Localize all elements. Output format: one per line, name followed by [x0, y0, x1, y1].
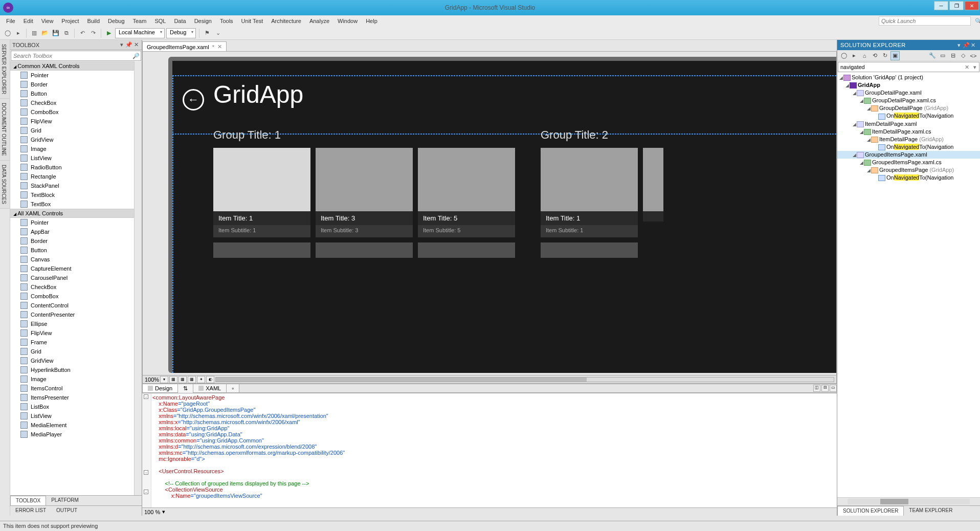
dropdown-icon[interactable]: ⌄: [213, 29, 222, 38]
grid-icon[interactable]: ▦: [169, 376, 177, 383]
se-dropdown-icon[interactable]: ▾: [955, 42, 963, 49]
se-search-clear-icon[interactable]: ✕: [963, 64, 971, 71]
menu-sql[interactable]: SQL: [150, 16, 170, 26]
toolbox-item[interactable]: AppBar: [10, 227, 142, 236]
doc-tab-groupeditems[interactable]: GroupedItemsPage.xaml * ✕: [142, 41, 227, 52]
se-view-icon[interactable]: ◇: [959, 51, 968, 60]
toolbox-search-input[interactable]: [11, 52, 131, 60]
toolbox-item[interactable]: Button: [10, 89, 142, 98]
se-properties-icon[interactable]: 🔧: [928, 51, 937, 60]
menu-view[interactable]: View: [37, 16, 58, 26]
code-zoom-dropdown-icon[interactable]: ▾: [162, 508, 165, 515]
se-home-icon[interactable]: ⌂: [860, 51, 869, 60]
toolbox-item[interactable]: CarouselPanel: [10, 273, 142, 282]
toolbox-close-icon[interactable]: ✕: [132, 41, 140, 48]
swap-tab[interactable]: ⇅: [177, 384, 193, 393]
solution-explorer-tab[interactable]: SOLUTION EXPLORER: [837, 506, 904, 516]
nav-back-icon[interactable]: ◯: [3, 29, 12, 38]
split-vert-icon[interactable]: ◫: [813, 385, 820, 392]
split-horz-icon[interactable]: ⊟: [821, 385, 829, 392]
error-list-tab[interactable]: ERROR LIST: [10, 506, 51, 516]
toolbox-search[interactable]: 🔎: [11, 51, 141, 61]
toolbox-item[interactable]: TextBox: [10, 200, 142, 209]
toolbox-dropdown-icon[interactable]: ▾: [118, 41, 125, 48]
toolbox-item[interactable]: Frame: [10, 338, 142, 347]
quick-launch-search-icon[interactable]: 🔍: [971, 16, 980, 26]
doc-tab-close-icon[interactable]: ✕: [217, 43, 222, 50]
toolbox-item[interactable]: MediaElement: [10, 421, 142, 430]
se-pin-icon[interactable]: 📌: [963, 42, 970, 49]
collapse-icon[interactable]: ▭: [830, 385, 837, 392]
toolbox-item[interactable]: Grid: [10, 347, 142, 356]
toolbox-tab[interactable]: TOOLBOX: [10, 496, 46, 505]
redo-icon[interactable]: ↷: [88, 29, 98, 38]
se-search-dropdown-icon[interactable]: ▾: [971, 64, 979, 71]
close-button[interactable]: ✕: [965, 1, 979, 10]
save-all-icon[interactable]: ⧉: [62, 29, 71, 38]
solution-tree[interactable]: ◢Solution 'GridApp' (1 project) ◢GridApp…: [837, 73, 980, 497]
outline-toggle-icon[interactable]: -: [144, 470, 148, 475]
se-fwd-icon[interactable]: ▸: [850, 51, 859, 60]
minimize-button[interactable]: ─: [934, 1, 948, 10]
menu-team[interactable]: Team: [129, 16, 151, 26]
toolbox-item[interactable]: ListView: [10, 411, 142, 421]
menu-build[interactable]: Build: [83, 16, 104, 26]
se-hscrollbar[interactable]: [837, 497, 980, 505]
menu-edit[interactable]: Edit: [19, 16, 37, 26]
design-tab[interactable]: Design: [142, 384, 178, 393]
zoom-dropdown-icon[interactable]: ▾: [160, 376, 168, 383]
se-back-icon[interactable]: ◯: [839, 51, 849, 60]
toolbox-item[interactable]: ComboBox: [10, 292, 142, 301]
toolbox-item[interactable]: Image: [10, 374, 142, 384]
se-sync-icon[interactable]: ⟲: [870, 51, 879, 60]
toolbox-item[interactable]: Image: [10, 144, 142, 153]
toolbox-item[interactable]: Ellipse: [10, 319, 142, 328]
toolbox-item[interactable]: ItemsPresenter: [10, 393, 142, 402]
menu-help[interactable]: Help: [362, 16, 382, 26]
toolbox-item[interactable]: CheckBox: [10, 282, 142, 292]
outline-toggle-icon[interactable]: -: [144, 490, 148, 494]
grid2-icon[interactable]: ▦: [179, 376, 187, 383]
start-debug-icon[interactable]: ▶: [104, 29, 114, 38]
menu-tools[interactable]: Tools: [216, 16, 237, 26]
quick-launch-input[interactable]: [879, 16, 971, 26]
debug-target-dropdown[interactable]: Local Machine: [115, 28, 165, 38]
toolbox-item[interactable]: Rectangle: [10, 172, 142, 181]
search-icon[interactable]: 🔎: [131, 53, 141, 59]
toolbox-item[interactable]: FlipView: [10, 117, 142, 126]
xaml-tab[interactable]: XAML: [193, 384, 227, 393]
document-outline-tab[interactable]: DOCUMENT OUTLINE: [0, 99, 10, 161]
code-zoom[interactable]: 100 %: [144, 509, 160, 515]
menu-project[interactable]: Project: [57, 16, 83, 26]
designer-hscrollbar[interactable]: [215, 377, 834, 382]
se-preview-icon[interactable]: ▭: [938, 51, 947, 60]
toolbox-group-all[interactable]: All XAML Controls: [10, 209, 142, 218]
toolbox-item[interactable]: TextBlock: [10, 190, 142, 200]
toolbox-item[interactable]: FlipView: [10, 328, 142, 338]
platform-tab[interactable]: PLATFORM: [46, 496, 84, 505]
menu-window[interactable]: Window: [333, 16, 362, 26]
output-tab[interactable]: OUTPUT: [51, 506, 82, 516]
menu-data[interactable]: Data: [170, 16, 190, 26]
outline-toggle-icon[interactable]: -: [144, 394, 148, 399]
menu-unittest[interactable]: Unit Test: [237, 16, 268, 26]
menu-analyze[interactable]: Analyze: [305, 16, 333, 26]
se-search[interactable]: ✕ ▾: [838, 62, 979, 72]
nav-fwd-icon[interactable]: ▸: [14, 29, 23, 38]
se-search-input[interactable]: [838, 63, 963, 71]
server-explorer-tab[interactable]: SERVER EXPLORER: [0, 40, 10, 99]
toolbox-item[interactable]: MediaPlayer: [10, 430, 142, 439]
toolbox-item[interactable]: Pointer: [10, 218, 142, 227]
toolbox-item[interactable]: ListBox: [10, 402, 142, 411]
menu-design[interactable]: Design: [190, 16, 216, 26]
toolbox-item[interactable]: CaptureElement: [10, 264, 142, 273]
toolbox-item[interactable]: ContentControl: [10, 301, 142, 310]
toolbox-group-common[interactable]: Common XAML Controls: [10, 61, 142, 71]
new-project-icon[interactable]: ▥: [30, 29, 39, 38]
se-refresh-icon[interactable]: ↻: [880, 51, 889, 60]
menu-file[interactable]: File: [2, 16, 19, 26]
toolbox-item[interactable]: Border: [10, 236, 142, 246]
toolbox-item[interactable]: ItemsControl: [10, 384, 142, 393]
save-icon[interactable]: 💾: [51, 29, 60, 38]
toolbox-item[interactable]: RadioButton: [10, 163, 142, 172]
